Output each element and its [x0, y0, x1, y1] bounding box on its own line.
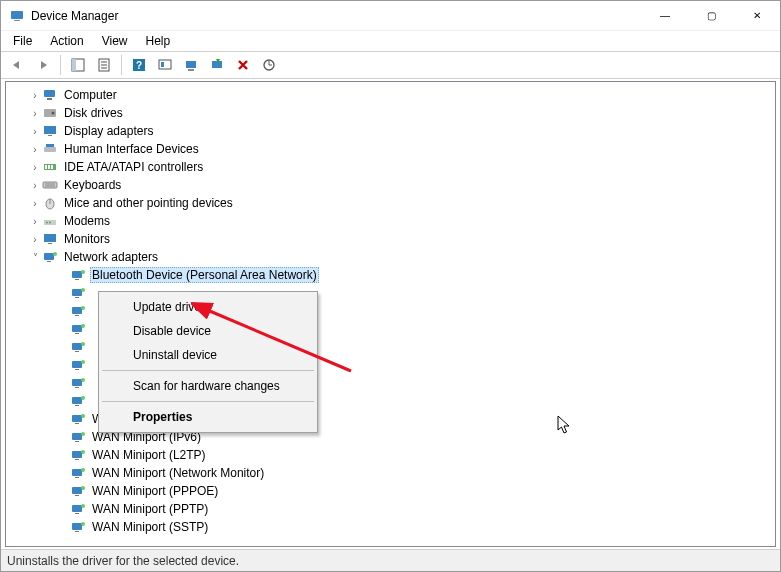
forward-button[interactable] — [31, 54, 55, 76]
chevron-right-icon[interactable]: › — [28, 126, 42, 137]
svg-rect-66 — [75, 423, 79, 424]
mouse-icon — [42, 195, 58, 211]
menu-view[interactable]: View — [94, 32, 136, 50]
svg-rect-77 — [72, 487, 82, 494]
tree-node[interactable]: ›Mice and other pointing devices — [6, 194, 775, 212]
tree-node-label: Bluetooth Device (Personal Area Network) — [90, 267, 319, 283]
tree-node[interactable]: WAN Miniport (PPTP) — [6, 500, 775, 518]
svg-rect-3 — [72, 59, 76, 71]
svg-rect-48 — [75, 315, 79, 316]
tree-node-label: Display adapters — [62, 124, 155, 138]
chevron-right-icon[interactable]: › — [28, 108, 42, 119]
chevron-right-icon[interactable]: › — [28, 234, 42, 245]
close-button[interactable]: ✕ — [734, 1, 780, 31]
network-adapter-icon — [70, 411, 86, 427]
chevron-right-icon[interactable]: › — [28, 144, 42, 155]
properties-icon — [97, 58, 111, 72]
menubar: File Action View Help — [1, 31, 780, 51]
tree-node-label: Monitors — [62, 232, 112, 246]
back-icon — [9, 59, 25, 71]
tree-node[interactable]: Bluetooth Device (Personal Area Network) — [6, 266, 775, 284]
network-adapter-icon — [70, 357, 86, 373]
tree-node[interactable]: ›Display adapters — [6, 122, 775, 140]
uninstall-icon — [210, 58, 224, 72]
menu-file[interactable]: File — [5, 32, 40, 50]
svg-rect-25 — [45, 165, 47, 169]
chevron-down-icon[interactable]: ˅ — [28, 252, 42, 263]
tree-node[interactable]: ›Computer — [6, 86, 775, 104]
maximize-button[interactable]: ▢ — [688, 1, 734, 31]
titlebar: Device Manager — ▢ ✕ — [1, 1, 780, 31]
svg-rect-59 — [72, 379, 82, 386]
chevron-right-icon[interactable]: › — [28, 198, 42, 209]
ctx-update-driver[interactable]: Update driver — [101, 295, 315, 319]
ctx-disable-device[interactable]: Disable device — [101, 319, 315, 343]
app-icon — [9, 8, 25, 24]
ctx-scan-hardware[interactable]: Scan for hardware changes — [101, 374, 315, 398]
svg-rect-27 — [51, 165, 53, 169]
svg-point-76 — [81, 468, 85, 472]
action-center-icon — [158, 58, 172, 72]
tree-node[interactable]: ›Disk drives — [6, 104, 775, 122]
tree-node[interactable]: WAN Miniport (PPPOE) — [6, 482, 775, 500]
chevron-right-icon[interactable]: › — [28, 162, 42, 173]
svg-rect-53 — [72, 343, 82, 350]
svg-point-70 — [81, 432, 85, 436]
menu-help[interactable]: Help — [138, 32, 179, 50]
tree-node[interactable]: WAN Miniport (SSTP) — [6, 518, 775, 536]
tree-node-label: WAN Miniport (Network Monitor) — [90, 466, 266, 480]
svg-rect-72 — [75, 459, 79, 460]
svg-point-79 — [81, 486, 85, 490]
svg-rect-71 — [72, 451, 82, 458]
tree-node[interactable]: ›IDE ATA/ATAPI controllers — [6, 158, 775, 176]
display-icon — [42, 123, 58, 139]
network-adapter-icon — [70, 303, 86, 319]
ctx-uninstall-device[interactable]: Uninstall device — [101, 343, 315, 367]
network-adapter-icon — [70, 519, 86, 535]
chevron-right-icon[interactable]: › — [28, 90, 42, 101]
svg-rect-80 — [72, 505, 82, 512]
menu-action[interactable]: Action — [42, 32, 91, 50]
ctx-properties[interactable]: Properties — [101, 405, 315, 429]
tree-node[interactable]: WAN Miniport (L2TP) — [6, 446, 775, 464]
scan-hardware-button[interactable] — [257, 54, 281, 76]
modem-icon — [42, 213, 58, 229]
keyboard-icon — [42, 177, 58, 193]
tree-node-label: WAN Miniport (L2TP) — [90, 448, 208, 462]
delete-icon — [236, 58, 250, 72]
tree-node[interactable]: ›Modems — [6, 212, 775, 230]
tree-node[interactable]: ›Human Interface Devices — [6, 140, 775, 158]
svg-rect-78 — [75, 495, 79, 496]
properties-button[interactable] — [92, 54, 116, 76]
svg-point-46 — [81, 288, 85, 292]
uninstall-device-button[interactable] — [205, 54, 229, 76]
tree-node[interactable]: ›Monitors — [6, 230, 775, 248]
tree-node-label: Disk drives — [62, 106, 125, 120]
tree-node[interactable]: ˅Network adapters — [6, 248, 775, 266]
ide-icon — [42, 159, 58, 175]
tree-node[interactable]: WAN Miniport (Network Monitor) — [6, 464, 775, 482]
svg-rect-83 — [72, 523, 82, 530]
tree-node-label: Modems — [62, 214, 112, 228]
network-adapter-icon — [70, 483, 86, 499]
chevron-right-icon[interactable]: › — [28, 216, 42, 227]
network-adapter-icon — [70, 339, 86, 355]
show-hide-console-tree-icon — [71, 58, 85, 72]
svg-rect-69 — [75, 441, 79, 442]
svg-rect-60 — [75, 387, 79, 388]
tree-node[interactable]: ›Keyboards — [6, 176, 775, 194]
show-hide-tree-button[interactable] — [66, 54, 90, 76]
network-adapter-icon — [70, 393, 86, 409]
minimize-button[interactable]: — — [642, 1, 688, 31]
svg-point-49 — [81, 306, 85, 310]
tree-node-label: WAN Miniport (PPPOE) — [90, 484, 220, 498]
help-button[interactable]: ? — [127, 54, 151, 76]
scan-hardware-icon — [262, 58, 276, 72]
svg-rect-16 — [44, 90, 55, 97]
delete-button[interactable] — [231, 54, 255, 76]
svg-point-55 — [81, 342, 85, 346]
chevron-right-icon[interactable]: › — [28, 180, 42, 191]
action-center-button[interactable] — [153, 54, 177, 76]
update-driver-button[interactable] — [179, 54, 203, 76]
back-button[interactable] — [5, 54, 29, 76]
